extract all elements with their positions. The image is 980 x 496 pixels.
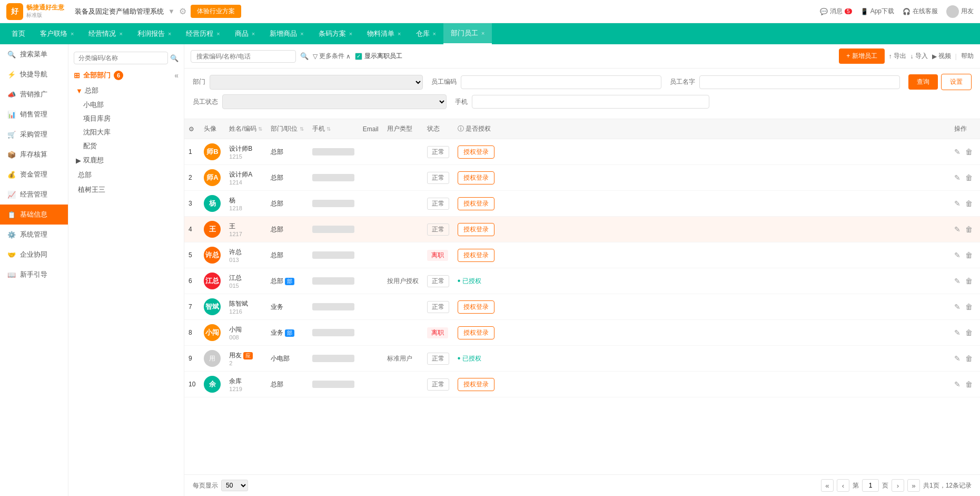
close-icon[interactable]: × xyxy=(252,31,255,37)
nav-tab-product[interactable]: 商品 × xyxy=(227,23,262,44)
more-conditions-button[interactable]: ▽ 更多条件 ∧ xyxy=(313,52,351,61)
sidebar-item-operations[interactable]: 📈 经营管理 xyxy=(0,184,68,205)
tree-child-project[interactable]: 项目库房 xyxy=(68,112,184,125)
sidebar-item-inventory[interactable]: 📦 库存核算 xyxy=(0,144,68,164)
edit-button[interactable]: ✎ xyxy=(954,277,961,285)
all-dept-label[interactable]: 全部部门 xyxy=(83,71,111,80)
nav-tab-customer[interactable]: 客户联络 × xyxy=(33,23,81,44)
emp-name-input[interactable] xyxy=(699,75,900,89)
view-button[interactable]: ▶ 视频 xyxy=(932,52,951,61)
nav-tab-employee[interactable]: 部门员工 × xyxy=(443,23,492,44)
nav-tab-home[interactable]: 首页 xyxy=(4,23,33,44)
nav-tab-bom[interactable]: 物料清单 × xyxy=(360,23,408,44)
delete-button[interactable]: 🗑 xyxy=(965,380,973,388)
nav-tab-warehouse[interactable]: 仓库 × xyxy=(409,23,443,44)
checkbox-resign[interactable]: ✓ xyxy=(355,53,362,60)
search-input[interactable] xyxy=(191,50,296,63)
auth-login-button[interactable]: 授权登录 xyxy=(458,171,494,184)
tree-child-distribution[interactable]: 配货 xyxy=(68,139,184,153)
edit-button[interactable]: ✎ xyxy=(954,380,961,388)
auth-login-button[interactable]: 授权登录 xyxy=(458,326,494,339)
delete-button[interactable]: 🗑 xyxy=(965,277,973,285)
sidebar-item-sales[interactable]: 📊 销售管理 xyxy=(0,104,68,124)
nav-tab-profit[interactable]: 利润报告 × xyxy=(130,23,179,44)
auth-login-button[interactable]: 授权登录 xyxy=(458,378,494,391)
last-page-button[interactable]: » xyxy=(907,479,920,492)
tree-node-headquarters[interactable]: ▼ 总部 xyxy=(68,83,184,98)
close-icon[interactable]: × xyxy=(349,31,352,37)
edit-button[interactable]: ✎ xyxy=(954,251,961,259)
col-gear[interactable]: ⚙ xyxy=(184,119,200,139)
trial-button[interactable]: 体验行业方案 xyxy=(191,5,241,18)
delete-button[interactable]: 🗑 xyxy=(965,328,973,337)
export-button[interactable]: ↑ 导出 xyxy=(889,52,906,61)
page-input[interactable] xyxy=(862,479,879,492)
delete-button[interactable]: 🗑 xyxy=(965,173,973,182)
close-icon[interactable]: × xyxy=(168,31,171,37)
query-button[interactable]: 查询 xyxy=(908,74,938,90)
tree-node-shuanglu[interactable]: ▶ 双鹿想 xyxy=(68,153,184,168)
tree-child-xiaodian[interactable]: 小电部 xyxy=(68,98,184,112)
user-button[interactable]: 用友 xyxy=(946,5,974,18)
edit-button[interactable]: ✎ xyxy=(954,303,961,311)
import-button[interactable]: ↓ 导入 xyxy=(910,52,928,61)
dropdown-icon[interactable]: ▼ xyxy=(168,7,175,15)
auth-login-button[interactable]: 授权登录 xyxy=(458,145,494,159)
phone-input[interactable] xyxy=(472,95,709,109)
col-dept[interactable]: 部门/职位 ⇅ xyxy=(266,119,308,139)
set-button[interactable]: 设置 xyxy=(941,74,972,90)
nav-tab-new-product[interactable]: 新增商品 × xyxy=(262,23,311,44)
auth-login-button[interactable]: 授权登录 xyxy=(458,249,494,262)
close-icon[interactable]: × xyxy=(71,31,74,37)
sidebar-item-collab[interactable]: 🤝 企业协同 xyxy=(0,245,68,265)
auth-login-button[interactable]: 授权登录 xyxy=(458,300,494,314)
sidebar-item-search[interactable]: 🔍 搜索菜单 xyxy=(0,44,68,64)
app-download-button[interactable]: 📱 App下载 xyxy=(860,7,894,16)
nav-tab-situation[interactable]: 经营情况 × xyxy=(81,23,130,44)
sidebar-item-guide[interactable]: 📖 新手引导 xyxy=(0,265,68,285)
close-icon[interactable]: × xyxy=(300,31,303,37)
emp-status-select[interactable] xyxy=(222,94,447,109)
delete-button[interactable]: 🗑 xyxy=(965,199,973,208)
dept-count-icon[interactable]: 6 xyxy=(114,71,123,80)
tree-child-shenyang[interactable]: 沈阳大库 xyxy=(68,125,184,139)
edit-button[interactable]: ✎ xyxy=(954,354,961,363)
emp-code-input[interactable] xyxy=(461,75,661,89)
sidebar-item-marketing[interactable]: 📣 营销推广 xyxy=(0,84,68,104)
delete-button[interactable]: 🗑 xyxy=(965,225,973,234)
edit-button[interactable]: ✎ xyxy=(954,328,961,337)
edit-button[interactable]: ✎ xyxy=(954,148,961,156)
auth-login-button[interactable]: 授权登录 xyxy=(458,197,494,210)
edit-button[interactable]: ✎ xyxy=(954,225,961,234)
tree-search-input[interactable] xyxy=(74,52,168,64)
edit-button[interactable]: ✎ xyxy=(954,199,961,208)
close-icon[interactable]: × xyxy=(433,31,436,37)
tree-search-icon[interactable]: 🔍 xyxy=(170,54,179,62)
tree-node-zhishu[interactable]: 植树王三 xyxy=(68,182,184,197)
close-icon[interactable]: × xyxy=(119,31,122,37)
sidebar-item-finance[interactable]: 💰 资金管理 xyxy=(0,164,68,184)
col-phone[interactable]: 手机 ⇅ xyxy=(308,119,359,139)
message-button[interactable]: 💬 消息 5 xyxy=(820,7,852,16)
edit-button[interactable]: ✎ xyxy=(954,173,961,182)
sidebar-item-purchase[interactable]: 🛒 采购管理 xyxy=(0,124,68,144)
next-page-button[interactable]: › xyxy=(892,479,904,492)
help-button[interactable]: 帮助 xyxy=(961,52,974,61)
dept-select[interactable] xyxy=(210,75,423,90)
show-resign-toggle[interactable]: ✓ 显示离职员工 xyxy=(355,52,402,61)
tree-node-zongbu[interactable]: 总部 xyxy=(68,168,184,182)
close-icon[interactable]: × xyxy=(398,31,401,37)
collapse-icon[interactable]: « xyxy=(174,71,179,80)
add-employee-button[interactable]: + 新增员工 xyxy=(839,48,884,64)
delete-button[interactable]: 🗑 xyxy=(965,303,973,311)
nav-tab-history[interactable]: 经营历程 × xyxy=(179,23,227,44)
sidebar-item-nav[interactable]: ⚡ 快捷导航 xyxy=(0,64,68,84)
col-name[interactable]: 姓名/编码 ⇅ xyxy=(225,119,266,139)
close-icon[interactable]: × xyxy=(481,30,484,36)
gear-icon[interactable]: ⚙ xyxy=(179,6,186,16)
sidebar-item-basic-info[interactable]: 📋 基础信息 xyxy=(0,205,68,225)
delete-button[interactable]: 🗑 xyxy=(965,251,973,259)
search-icon[interactable]: 🔍 xyxy=(300,52,309,60)
delete-button[interactable]: 🗑 xyxy=(965,354,973,363)
first-page-button[interactable]: « xyxy=(821,479,834,492)
